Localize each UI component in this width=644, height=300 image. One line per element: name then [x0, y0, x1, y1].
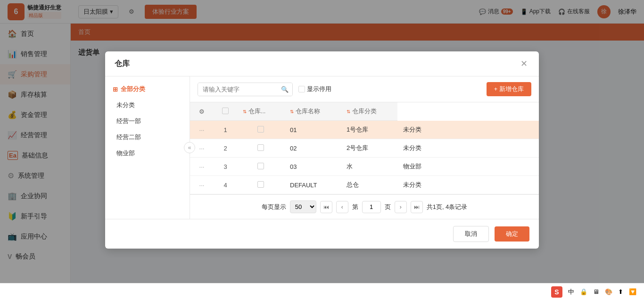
- category-panel: ⊞ 全部分类 未分类 经营一部 经营二部 物业部 «: [105, 76, 190, 219]
- row-cat-0: 未分类: [397, 121, 539, 139]
- row-code-3: DEFAULT: [284, 176, 341, 194]
- search-icon[interactable]: 🔍: [281, 86, 289, 93]
- per-page-label: 每页显示: [262, 203, 286, 211]
- table-panel: 🔍 显示停用 + 新增仓库 ⚙: [190, 76, 539, 219]
- first-page-button[interactable]: ⏮: [320, 201, 332, 213]
- select-all-checkbox[interactable]: [222, 108, 229, 114]
- per-page-select[interactable]: 50 100 200: [290, 200, 316, 213]
- row-cat-3: 未分类: [397, 176, 539, 194]
- bottom-icon-5: ⬆: [618, 288, 623, 295]
- sort-icon-name: ⇅: [290, 109, 294, 114]
- show-disabled-label[interactable]: 显示停用: [298, 85, 331, 93]
- row-num-2: 3: [214, 158, 237, 176]
- table-toolbar: 🔍 显示停用 + 新增仓库: [190, 76, 539, 102]
- table-row[interactable]: ··· 4 DEFAULT 总仓 未分类: [190, 176, 539, 194]
- collapse-panel-button[interactable]: «: [184, 142, 195, 153]
- row-gear-cell-2[interactable]: ···: [190, 158, 214, 176]
- row-name-0: 1号仓库: [341, 121, 397, 139]
- col-code-header[interactable]: ⇅ 仓库...: [237, 102, 284, 121]
- row-name-1: 2号仓库: [341, 139, 397, 158]
- row-name-3: 总仓: [341, 176, 397, 194]
- bottom-icon-1: 中: [568, 288, 574, 296]
- sort-icon-cat: ⇅: [347, 109, 350, 114]
- bottom-icon-4: 🎨: [605, 288, 612, 295]
- all-categories-label: 全部分类: [121, 85, 145, 93]
- warehouse-modal: 仓库 ✕ ⊞ 全部分类 未分类 经营一部 经营二部 物业部 «: [105, 51, 539, 249]
- bottom-bar: S 中 🔒 🖥 🎨 ⬆ 🔽: [0, 283, 644, 300]
- prev-page-button[interactable]: ‹: [336, 201, 348, 213]
- page-label-pre: 第: [352, 203, 358, 211]
- modal-footer: 取消 确定: [105, 219, 539, 249]
- col-cat-header[interactable]: ⇅ 仓库分类: [341, 102, 397, 121]
- table-row[interactable]: ··· 2 02 2号仓库 未分类: [190, 139, 539, 158]
- modal-close-button[interactable]: ✕: [518, 58, 529, 69]
- bottom-icon-2: 🔒: [580, 288, 587, 295]
- row-code-2: 03: [284, 158, 341, 176]
- show-disabled-checkbox[interactable]: [298, 86, 305, 92]
- s-logo: S: [551, 286, 562, 298]
- cancel-button[interactable]: 取消: [453, 226, 489, 242]
- table-row[interactable]: ··· 1 01 1号仓库 未分类: [190, 121, 539, 139]
- bottom-icon-6: 🔽: [629, 288, 636, 295]
- page-number-input[interactable]: [362, 201, 381, 213]
- category-unclassified[interactable]: 未分类: [105, 97, 190, 113]
- row-checkbox-cell-0[interactable]: [237, 121, 284, 139]
- add-warehouse-button[interactable]: + 新增仓库: [487, 82, 531, 96]
- category-ops2[interactable]: 经营二部: [105, 129, 190, 145]
- all-categories-button[interactable]: ⊞ 全部分类: [105, 81, 190, 97]
- modal-body: ⊞ 全部分类 未分类 经营一部 经营二部 物业部 « 🔍: [105, 76, 539, 219]
- warehouse-table-wrap: ⚙ ⇅ 仓库... ⇅ 仓库名称: [190, 102, 539, 194]
- row-num-0: 1: [214, 121, 237, 139]
- category-ops1[interactable]: 经营一部: [105, 113, 190, 129]
- modal-overlay: 仓库 ✕ ⊞ 全部分类 未分类 经营一部 经营二部 物业部 «: [0, 0, 644, 300]
- grid-icon: ⊞: [113, 86, 118, 93]
- row-name-2: 水: [341, 158, 397, 176]
- modal-title: 仓库: [115, 59, 130, 69]
- row-cat-2: 物业部: [397, 158, 539, 176]
- row-num-1: 2: [214, 139, 237, 158]
- page-label-post: 页: [385, 203, 391, 211]
- row-gear-cell-0[interactable]: ···: [190, 121, 214, 139]
- search-wrap: 🔍: [198, 83, 293, 96]
- last-page-button[interactable]: ⏭: [411, 201, 423, 213]
- modal-header: 仓库 ✕: [105, 51, 539, 76]
- col-gear-header: ⚙: [190, 102, 214, 121]
- row-code-0: 01: [284, 121, 341, 139]
- row-num-3: 4: [214, 176, 237, 194]
- col-name-header[interactable]: ⇅ 仓库名称: [284, 102, 341, 121]
- row-gear-cell-3[interactable]: ···: [190, 176, 214, 194]
- warehouse-table: ⚙ ⇅ 仓库... ⇅ 仓库名称: [190, 102, 539, 194]
- next-page-button[interactable]: ›: [395, 201, 407, 213]
- table-row[interactable]: ··· 3 03 水 物业部: [190, 158, 539, 176]
- total-info: 共1页, 4条记录: [427, 203, 468, 211]
- search-input[interactable]: [198, 83, 292, 96]
- row-checkbox-cell-3[interactable]: [237, 176, 284, 194]
- bottom-icon-3: 🖥: [593, 288, 599, 295]
- row-checkbox-cell-2[interactable]: [237, 158, 284, 176]
- confirm-button[interactable]: 确定: [495, 226, 529, 242]
- pagination: 每页显示 50 100 200 ⏮ ‹ 第 页 › ⏭ 共1页, 4条记录: [190, 194, 539, 219]
- row-cat-1: 未分类: [397, 139, 539, 158]
- row-code-1: 02: [284, 139, 341, 158]
- col-check-header: [214, 102, 237, 121]
- category-property[interactable]: 物业部: [105, 145, 190, 161]
- row-checkbox-cell-1[interactable]: [237, 139, 284, 158]
- sort-icon-code: ⇅: [243, 109, 247, 114]
